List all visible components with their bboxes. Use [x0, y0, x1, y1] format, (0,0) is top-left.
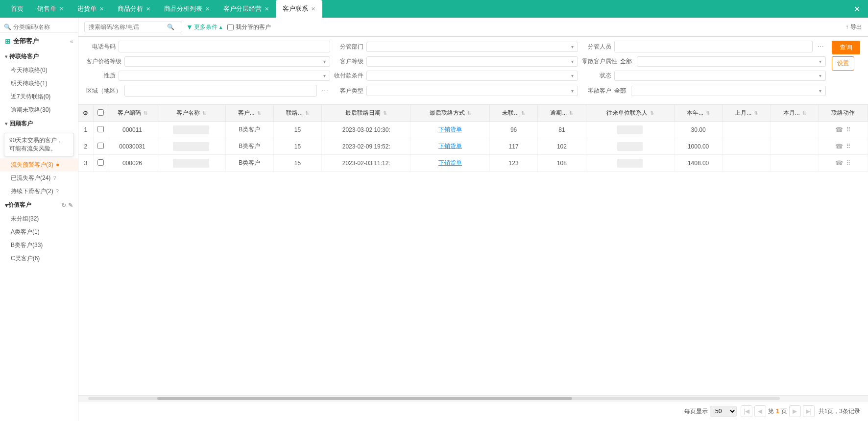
th-last-date[interactable]: 最后联络日期 ⇅ — [322, 105, 411, 122]
method-link[interactable]: 下销货单 — [438, 126, 462, 133]
th-overdue[interactable]: 逾期... ⇅ — [538, 105, 586, 122]
sidebar-item-churn-warning[interactable]: 流失预警客户(3) ● — [0, 158, 78, 172]
th-last-month[interactable]: 上月... ⇅ — [723, 105, 771, 122]
gender-select[interactable]: ▾ — [119, 71, 330, 81]
more-action-icon[interactable]: ⠿ — [846, 159, 851, 167]
payment-select[interactable]: ▾ — [366, 71, 578, 81]
row-checkbox[interactable] — [97, 126, 104, 132]
row-last-method[interactable]: 下销货单 — [411, 122, 490, 138]
tab-sales[interactable]: 销售单 ✕ — [30, 0, 71, 18]
row-checkbox-cell[interactable] — [93, 122, 108, 138]
sidebar-group-pending[interactable]: ▾ 待联络客户 — [0, 50, 78, 64]
sidebar-item-a-class[interactable]: A类客户(1) — [0, 225, 78, 239]
sidebar-group-review[interactable]: ▾ 回顾客户 — [0, 117, 78, 131]
sidebar-item-overdue[interactable]: 逾期未联络(30) — [0, 103, 78, 117]
person-input[interactable] — [614, 41, 813, 52]
tab-customer-segment[interactable]: 客户分层经营 ✕ — [217, 0, 276, 18]
contact-icon[interactable]: ☎ — [835, 159, 843, 167]
sidebar-item-churned[interactable]: 已流失客户(24) ? — [0, 172, 78, 185]
tab-home[interactable]: 首页 — [4, 0, 30, 18]
close-icon[interactable]: ✕ — [311, 6, 315, 12]
zero-attr-select[interactable]: ▾ — [637, 56, 826, 67]
prev-page-button[interactable]: ◀ — [754, 405, 766, 417]
scrollbar-track[interactable] — [88, 397, 780, 400]
per-page-dropdown[interactable]: 50 100 200 — [710, 406, 737, 417]
method-link[interactable]: 下销货单 — [438, 159, 462, 166]
th-checkbox[interactable] — [93, 105, 108, 122]
close-icon[interactable]: ✕ — [205, 6, 210, 12]
refresh-icon[interactable]: ↻ — [61, 202, 66, 209]
th-settings[interactable]: ⚙ — [78, 105, 93, 122]
my-customers-checkbox[interactable] — [227, 24, 234, 30]
th-name[interactable]: 客户名称 ⇅ — [157, 105, 225, 122]
more-filter-button[interactable]: ▼ 更多条件 ▲ — [186, 23, 223, 31]
query-button[interactable]: 查询 — [832, 41, 860, 54]
sidebar-search-input[interactable] — [13, 24, 74, 30]
row-checkbox[interactable] — [97, 159, 104, 166]
method-link[interactable]: 下销货单 — [438, 143, 462, 149]
th-code[interactable]: 客户编码 ⇅ — [108, 105, 157, 122]
th-last-method[interactable]: 最后联络方式 ⇅ — [411, 105, 490, 122]
sidebar-group-value[interactable]: ▾ 价值客户 ↻ ✎ — [0, 198, 78, 212]
contact-icon[interactable]: ☎ — [835, 143, 843, 150]
scrollbar-thumb[interactable] — [157, 397, 572, 400]
phone-input[interactable] — [119, 41, 330, 52]
zero-customer-select[interactable]: ▾ — [631, 86, 826, 96]
grid-icon: ⊞ — [5, 38, 10, 45]
th-no-contact[interactable]: 未联... ⇅ — [489, 105, 537, 122]
th-this-year[interactable]: 本年... ⇅ — [674, 105, 722, 122]
table-header-row: ⚙ 客户编码 ⇅ 客户名称 — [78, 105, 868, 122]
close-icon[interactable]: ✕ — [59, 6, 64, 12]
th-this-month[interactable]: 本月... ⇅ — [771, 105, 819, 122]
next-page-button[interactable]: ▶ — [789, 405, 801, 417]
th-contact-person[interactable]: 往来单位联系人 ⇅ — [586, 105, 674, 122]
sidebar-item-c-class[interactable]: C类客户(6) — [0, 252, 78, 265]
row-checkbox-cell[interactable] — [93, 138, 108, 155]
more-action-icon[interactable]: ⠿ — [846, 143, 851, 150]
status-select[interactable]: ▾ — [614, 71, 826, 81]
select-all-checkbox[interactable] — [97, 109, 104, 116]
window-close-button[interactable]: ✕ — [850, 2, 864, 16]
tab-customer-contact[interactable]: 客户联系 ✕ — [276, 0, 322, 18]
row-checkbox-cell[interactable] — [93, 155, 108, 172]
price-level-select[interactable]: ▾ — [124, 56, 330, 67]
more-dots-icon[interactable]: ··· — [816, 42, 826, 51]
close-icon[interactable]: ✕ — [146, 6, 150, 12]
tab-analysis[interactable]: 商品分析 ✕ — [111, 0, 157, 18]
dept-select[interactable]: ▾ — [366, 42, 578, 52]
level-select[interactable]: ▾ — [366, 56, 578, 67]
sidebar-item-tomorrow[interactable]: 明天待联络(1) — [0, 77, 78, 90]
first-page-button[interactable]: |◀ — [741, 405, 752, 417]
my-customers-filter[interactable]: 我分管的客户 — [227, 23, 271, 31]
settings-icon[interactable]: ⚙ — [83, 110, 88, 117]
sidebar-all-customers[interactable]: ⊞ 全部客户 « — [0, 33, 78, 50]
export-button[interactable]: ↑ 导出 — [845, 23, 862, 31]
search-button[interactable]: 🔍 — [167, 24, 174, 30]
type-select[interactable]: ▾ — [366, 86, 578, 96]
area-input[interactable] — [124, 85, 317, 97]
sidebar-item-ungrouped[interactable]: 未分组(32) — [0, 212, 78, 225]
more-dots-icon[interactable]: ··· — [320, 86, 330, 95]
sidebar-item-7days[interactable]: 近7天待联络(0) — [0, 90, 78, 103]
horizontal-scrollbar[interactable] — [78, 395, 868, 401]
th-type[interactable]: 客户... ⇅ — [225, 105, 273, 122]
close-icon[interactable]: ✕ — [265, 6, 269, 12]
tab-analysis-list[interactable]: 商品分析列表 ✕ — [157, 0, 217, 18]
more-action-icon[interactable]: ⠿ — [846, 126, 851, 133]
sidebar-item-declining[interactable]: 持续下滑客户(2) ? — [0, 185, 78, 198]
edit-icon[interactable]: ✎ — [68, 202, 73, 209]
last-page-button[interactable]: ▶| — [803, 405, 815, 417]
sidebar-item-b-class[interactable]: B类客户(33) — [0, 239, 78, 252]
th-contact[interactable]: 联络... ⇅ — [273, 105, 321, 122]
sidebar-item-today[interactable]: 今天待联络(0) — [0, 64, 78, 77]
contact-icon[interactable]: ☎ — [835, 126, 843, 133]
tab-purchase[interactable]: 进货单 ✕ — [71, 0, 111, 18]
row-this-year: 1408.00 — [674, 155, 722, 172]
setting-button[interactable]: 设置 — [832, 56, 854, 71]
row-last-method[interactable]: 下销货单 — [411, 155, 490, 172]
row-last-method[interactable]: 下销货单 — [411, 138, 490, 155]
sort-icon: ⇅ — [650, 110, 654, 116]
row-checkbox[interactable] — [97, 143, 104, 149]
search-input[interactable] — [89, 24, 167, 30]
close-icon[interactable]: ✕ — [99, 6, 104, 12]
